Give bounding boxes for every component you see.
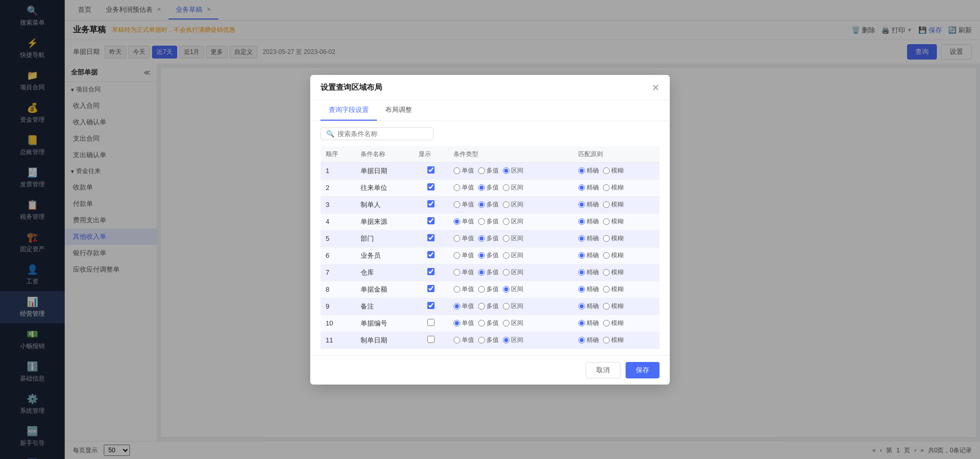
type-option-多值[interactable]: 多值	[478, 200, 499, 209]
display-checkbox[interactable]	[427, 217, 435, 224]
row-match: 精确模糊	[573, 247, 659, 264]
dialog-body: 🔍 顺序 条件名称 显示 条件类型 匹配原则 1单据日期单值多值区间精确模糊2往…	[310, 121, 670, 355]
dialog-tabs: 查询字段设置 布局调整	[310, 100, 670, 121]
table-row: 7仓库单值多值区间精确模糊	[321, 264, 659, 281]
match-option-精确[interactable]: 精确	[578, 183, 599, 192]
type-option-多值[interactable]: 多值	[478, 251, 499, 260]
match-option-精确[interactable]: 精确	[578, 302, 599, 311]
tab-layout-adjust[interactable]: 布局调整	[377, 100, 420, 121]
display-checkbox[interactable]	[427, 166, 435, 174]
type-option-区间[interactable]: 区间	[503, 166, 523, 175]
table-row: 9备注单值多值区间精确模糊	[321, 298, 659, 315]
type-option-区间[interactable]: 区间	[503, 217, 523, 226]
row-type: 单值多值区间	[448, 162, 573, 179]
type-option-区间[interactable]: 区间	[503, 268, 523, 277]
row-order: 10	[321, 315, 355, 332]
row-display	[413, 179, 448, 196]
match-option-模糊[interactable]: 模糊	[603, 217, 624, 226]
match-option-模糊[interactable]: 模糊	[603, 234, 624, 243]
match-option-精确[interactable]: 精确	[578, 234, 599, 243]
match-option-模糊[interactable]: 模糊	[603, 302, 624, 311]
type-option-区间[interactable]: 区间	[503, 234, 523, 243]
type-option-多值[interactable]: 多值	[478, 285, 499, 294]
type-option-区间[interactable]: 区间	[503, 200, 523, 209]
display-checkbox[interactable]	[427, 268, 435, 275]
type-option-单值[interactable]: 单值	[454, 268, 474, 277]
col-order: 顺序	[321, 146, 355, 163]
row-order: 3	[321, 196, 355, 213]
col-name: 条件名称	[355, 146, 413, 163]
match-option-精确[interactable]: 精确	[578, 336, 599, 345]
display-checkbox[interactable]	[427, 302, 435, 309]
row-type: 单值多值区间	[448, 298, 573, 315]
match-option-精确[interactable]: 精确	[578, 251, 599, 260]
save-button[interactable]: 保存	[626, 362, 659, 378]
type-option-单值[interactable]: 单值	[454, 166, 474, 175]
match-option-精确[interactable]: 精确	[578, 217, 599, 226]
type-option-区间[interactable]: 区间	[503, 183, 523, 192]
row-display	[413, 196, 448, 213]
type-option-单值[interactable]: 单值	[454, 183, 474, 192]
type-option-区间[interactable]: 区间	[503, 251, 523, 260]
match-option-模糊[interactable]: 模糊	[603, 319, 624, 328]
type-option-区间[interactable]: 区间	[503, 319, 523, 328]
display-checkbox[interactable]	[427, 200, 435, 207]
type-option-多值[interactable]: 多值	[478, 302, 499, 311]
row-match: 精确模糊	[573, 264, 659, 281]
display-checkbox[interactable]	[427, 285, 435, 292]
type-option-区间[interactable]: 区间	[503, 336, 523, 345]
display-checkbox[interactable]	[427, 251, 435, 258]
type-option-单值[interactable]: 单值	[454, 319, 474, 328]
type-option-多值[interactable]: 多值	[478, 234, 499, 243]
match-option-精确[interactable]: 精确	[578, 166, 599, 175]
row-type: 单值多值区间	[448, 281, 573, 298]
row-match: 精确模糊	[573, 298, 659, 315]
row-match: 精确模糊	[573, 213, 659, 230]
match-option-模糊[interactable]: 模糊	[603, 200, 624, 209]
col-type: 条件类型	[448, 146, 573, 163]
match-option-精确[interactable]: 精确	[578, 268, 599, 277]
row-match: 精确模糊	[573, 179, 659, 196]
type-option-单值[interactable]: 单值	[454, 251, 474, 260]
type-option-单值[interactable]: 单值	[454, 336, 474, 345]
type-option-单值[interactable]: 单值	[454, 302, 474, 311]
match-option-模糊[interactable]: 模糊	[603, 285, 624, 294]
type-option-多值[interactable]: 多值	[478, 166, 499, 175]
type-option-单值[interactable]: 单值	[454, 217, 474, 226]
match-option-精确[interactable]: 精确	[578, 200, 599, 209]
match-option-模糊[interactable]: 模糊	[603, 268, 624, 277]
row-match: 精确模糊	[573, 332, 659, 349]
display-checkbox[interactable]	[427, 183, 435, 190]
match-option-精确[interactable]: 精确	[578, 285, 599, 294]
type-option-区间[interactable]: 区间	[503, 302, 523, 311]
display-checkbox[interactable]	[427, 319, 435, 326]
tab-query-fields[interactable]: 查询字段设置	[321, 100, 377, 121]
dialog-close-button[interactable]: ✕	[652, 82, 659, 100]
type-option-多值[interactable]: 多值	[478, 183, 499, 192]
type-option-多值[interactable]: 多值	[478, 268, 499, 277]
row-name: 仓库	[355, 264, 413, 281]
row-display	[413, 230, 448, 247]
display-checkbox[interactable]	[427, 234, 435, 241]
type-option-区间[interactable]: 区间	[503, 285, 523, 294]
match-option-模糊[interactable]: 模糊	[603, 183, 624, 192]
row-match: 精确模糊	[573, 281, 659, 298]
type-option-单值[interactable]: 单值	[454, 200, 474, 209]
match-option-模糊[interactable]: 模糊	[603, 166, 624, 175]
type-option-单值[interactable]: 单值	[454, 234, 474, 243]
row-display	[413, 298, 448, 315]
match-option-模糊[interactable]: 模糊	[603, 251, 624, 260]
row-type: 单值多值区间	[448, 213, 573, 230]
type-option-单值[interactable]: 单值	[454, 285, 474, 294]
dialog-header: 设置查询区域布局 ✕	[310, 75, 670, 100]
type-option-多值[interactable]: 多值	[478, 336, 499, 345]
match-option-模糊[interactable]: 模糊	[603, 336, 624, 345]
display-checkbox[interactable]	[427, 336, 435, 343]
row-display	[413, 264, 448, 281]
search-input[interactable]	[337, 130, 428, 138]
match-option-精确[interactable]: 精确	[578, 319, 599, 328]
type-option-多值[interactable]: 多值	[478, 319, 499, 328]
row-display	[413, 281, 448, 298]
type-option-多值[interactable]: 多值	[478, 217, 499, 226]
cancel-button[interactable]: 取消	[586, 362, 620, 378]
